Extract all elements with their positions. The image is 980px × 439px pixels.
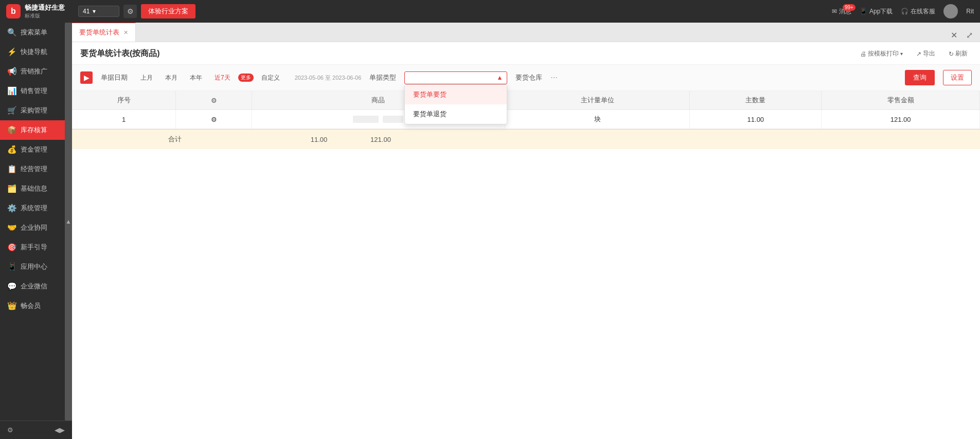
sidebar-item-operation[interactable]: 📋经营管理 — [0, 159, 65, 179]
sidebar-item-basic[interactable]: 🗂️基础信息 — [0, 179, 65, 198]
sidebar-item-quick-nav[interactable]: ⚡快捷导航 — [0, 42, 65, 62]
date-range-text: 2023-05-06 至 2023-06-06 — [295, 74, 362, 82]
sidebar-item-app-center[interactable]: 📱应用中心 — [0, 257, 65, 277]
table-area: 序号⚙商品主计量单位主数量零售金额 1⚙块11.00121.00 — [72, 91, 980, 129]
custom-date-btn[interactable]: 自定义 — [257, 71, 284, 84]
message-icon: ✉ — [832, 8, 837, 15]
type-select-input[interactable] — [409, 74, 496, 82]
dropdown-item-order[interactable]: 要货单要货 — [405, 85, 507, 104]
finance-icon: 💰 — [7, 145, 16, 154]
more-date-badge[interactable]: 更多 — [238, 74, 254, 82]
sidebar-label-guide: 新手引导 — [21, 243, 47, 252]
row-num-cell: 1 — [72, 110, 176, 129]
cur-month-btn[interactable]: 本月 — [161, 71, 182, 84]
sidebar-item-guide[interactable]: 🎯新手引导 — [0, 237, 65, 257]
sidebar-item-wechat[interactable]: 💬企业微信 — [0, 277, 65, 296]
tab-bar-actions: ✕ ⤢ — [947, 28, 980, 42]
print-label: 按模板打印 — [868, 49, 899, 58]
purchase-icon: 🛒 — [7, 106, 16, 115]
type-dropdown: 要货单要货要货单退货 — [404, 84, 507, 124]
settings-button-filter[interactable]: 设置 — [943, 70, 972, 85]
sidebar-label-finance: 资金管理 — [21, 145, 47, 154]
col-header-quantity: 主数量 — [690, 91, 822, 110]
messages-button[interactable]: ✉ 消息 99+ — [832, 7, 851, 16]
filter-type-container: ▲ 要货单要货要货单退货 — [404, 71, 507, 84]
sidebar-label-quick-nav: 快捷导航 — [21, 47, 47, 57]
sidebar-item-inventory[interactable]: 📦库存核算 — [0, 120, 65, 140]
logo-text: 畅捷通好生意 标准版 — [25, 4, 65, 19]
week-btn[interactable]: 近7天 — [210, 71, 235, 84]
sidebar-item-purchase[interactable]: 🛒采购管理 — [0, 101, 65, 120]
top-center: 41 ▾ ⚙ 体验行业方案 — [78, 4, 832, 19]
app-download-button[interactable]: 📱 App下载 — [860, 7, 893, 16]
sidebar-item-marketing[interactable]: 📢营销推广 — [0, 62, 65, 81]
date-filter-label: 单据日期 — [101, 73, 128, 82]
sidebar-item-sales[interactable]: 📊销售管理 — [0, 81, 65, 101]
service-icon: 🎧 — [901, 8, 908, 15]
sidebar-label-inventory: 库存核算 — [21, 125, 47, 135]
system-icon: ⚙️ — [7, 204, 16, 213]
export-icon: ↗ — [916, 50, 921, 58]
row-quantity-cell[interactable]: 11.00 — [690, 110, 822, 129]
expand-tab-button[interactable]: ⤢ — [963, 28, 976, 42]
footer-amount: 121.00 — [350, 136, 412, 143]
tab-order-stats[interactable]: 要货单统计表✕ — [72, 23, 136, 42]
print-button[interactable]: 🖨 按模板打印 ▾ — [856, 47, 907, 60]
user-avatar[interactable] — [943, 4, 958, 19]
main-layout: 🔍搜索菜单⚡快捷导航📢营销推广📊销售管理🛒采购管理📦库存核算💰资金管理📋经营管理… — [0, 23, 980, 439]
sidebar-label-marketing: 营销推广 — [21, 67, 47, 76]
settings-button[interactable]: ⚙ — [7, 426, 13, 434]
tab-close-order-stats[interactable]: ✕ — [123, 29, 128, 36]
table-body: 1⚙块11.00121.00 — [72, 110, 980, 129]
marketing-icon: 📢 — [7, 67, 16, 76]
phone-icon: 📱 — [860, 8, 867, 15]
basic-icon: 🗂️ — [7, 184, 16, 193]
warehouse-more-icon[interactable]: ··· — [550, 73, 557, 82]
tab-label-order-stats: 要货单统计表 — [79, 28, 119, 37]
trial-button[interactable]: 体验行业方案 — [141, 4, 195, 19]
cur-year-btn[interactable]: 本年 — [185, 71, 207, 84]
top-right: ✉ 消息 99+ 📱 App下载 🎧 在线客服 Rit — [832, 4, 974, 19]
sidebar-item-enterprise[interactable]: 🤝企业协同 — [0, 218, 65, 237]
refresh-button[interactable]: ↻ 刷新 — [945, 47, 972, 60]
online-service-label: 在线客服 — [911, 7, 935, 16]
filter-row: ▶ 单据日期 上月 本月 本年 近7天 更多 自定义 2023-05-06 至 … — [72, 65, 980, 91]
sidebar-scroll[interactable]: ▲ — [65, 23, 72, 420]
enterprise-icon: 🤝 — [7, 223, 16, 232]
sidebar-item-member[interactable]: 👑畅会员 — [0, 296, 65, 316]
online-service-button[interactable]: 🎧 在线客服 — [901, 7, 935, 16]
table-row: 1⚙块11.00121.00 — [72, 110, 980, 129]
logo-icon: b — [6, 4, 21, 19]
sidebar-label-search: 搜索菜单 — [21, 28, 47, 37]
filter-expand-button[interactable]: ▶ — [80, 71, 93, 84]
table-header-row: 序号⚙商品主计量单位主数量零售金额 — [72, 91, 980, 110]
sidebar-item-finance[interactable]: 💰资金管理 — [0, 140, 65, 159]
row-settings-cell[interactable]: ⚙ — [176, 110, 252, 129]
sidebar-item-search[interactable]: 🔍搜索菜单 — [0, 23, 65, 42]
tab-selector[interactable]: 41 ▾ — [78, 6, 119, 17]
sidebar-item-system[interactable]: ⚙️系统管理 — [0, 198, 65, 218]
type-select-arrow-up-icon[interactable]: ▲ — [496, 74, 503, 81]
sidebar-label-enterprise: 企业协同 — [21, 223, 47, 232]
guide-icon: 🎯 — [7, 243, 16, 252]
query-button[interactable]: 查询 — [905, 70, 935, 85]
logo-area: b 畅捷通好生意 标准版 — [6, 4, 78, 19]
filter-type-select[interactable]: ▲ — [404, 71, 507, 84]
chevron-down-icon: ▾ — [93, 8, 96, 15]
print-icon: 🖨 — [860, 50, 866, 58]
inventory-icon: 📦 — [7, 125, 16, 135]
logo-main: 畅捷通好生意 — [25, 4, 65, 12]
filter-date-buttons: 上月 本月 本年 近7天 更多 自定义 — [136, 71, 284, 84]
close-tab-button[interactable]: ✕ — [947, 28, 960, 42]
print-arrow-icon: ▾ — [900, 51, 903, 57]
export-button[interactable]: ↗ 导出 — [912, 47, 939, 60]
gear-button[interactable]: ⚙ — [123, 5, 137, 18]
collapse-button[interactable]: ◀▶ — [55, 426, 65, 434]
row-amount-cell[interactable]: 121.00 — [822, 110, 980, 129]
dropdown-item-return[interactable]: 要货单退货 — [405, 104, 507, 124]
type-filter-label: 单据类型 — [369, 73, 396, 82]
warehouse-filter-label: 要货仓库 — [515, 73, 542, 82]
prev-month-btn[interactable]: 上月 — [136, 71, 157, 84]
page-actions: 🖨 按模板打印 ▾ ↗ 导出 ↻ 刷新 — [856, 47, 972, 60]
messages-badge: 99+ — [843, 4, 856, 11]
